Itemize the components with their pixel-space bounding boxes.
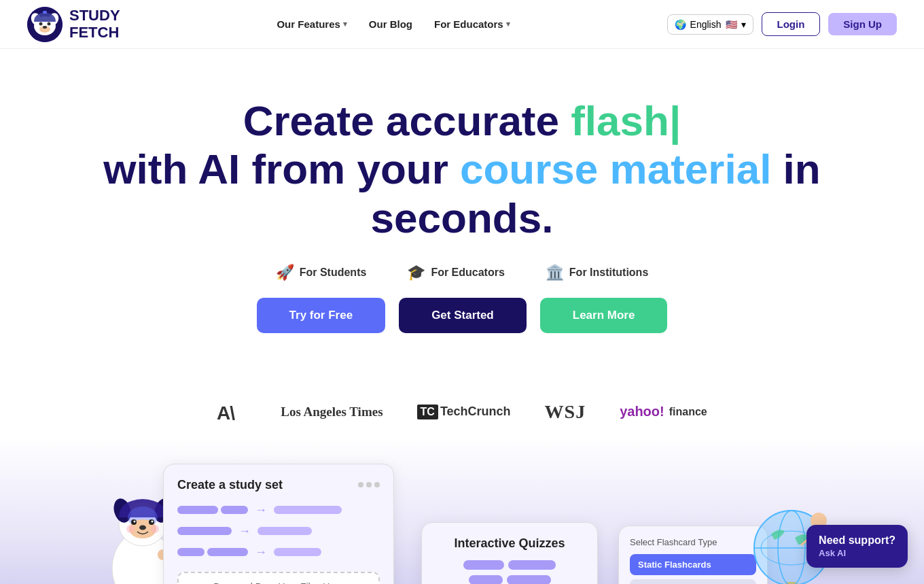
card-row: → (177, 524, 380, 538)
logo[interactable]: STUDY FETCH (27, 7, 120, 42)
arrow-icon: → (238, 524, 251, 538)
svg-point-19 (134, 520, 136, 522)
nav-right: 🌍 English 🇺🇸 ▾ Login Sign Up (667, 12, 897, 36)
svg-point-7 (48, 22, 51, 25)
press-logos: A\ Los Angeles Times TC TechCrunch WSJ y… (0, 374, 924, 436)
try-free-button[interactable]: Try for Free (257, 298, 386, 333)
nav-our-features[interactable]: Our Features ▾ (268, 14, 355, 34)
anthropic-logo: A\ (217, 402, 247, 422)
globe-icon: 🌍 (675, 19, 686, 30)
get-started-button[interactable]: Get Started (399, 298, 527, 333)
navigation: STUDY FETCH Our Features ▾ Our Blog For … (0, 0, 924, 49)
chevron-down-icon: ▾ (506, 20, 510, 29)
dynamic-flashcard-option[interactable]: Dynamic Flashcards (630, 579, 756, 584)
svg-point-21 (139, 525, 146, 530)
static-flashcard-option[interactable]: Static Flashcards (630, 554, 756, 575)
svg-point-5 (43, 26, 47, 29)
los-angeles-times-logo: Los Angeles Times (281, 405, 383, 419)
tab-students[interactable]: 🚀 For Students (276, 264, 367, 281)
card-rows: → → → (177, 503, 380, 560)
drag-drop-zone[interactable]: Drag and Drop Your Files Here (177, 572, 380, 584)
graduation-icon: 🎓 (407, 264, 425, 281)
hero-title: Create accurate flash| with AI from your… (14, 97, 910, 242)
hero-section: Create accurate flash| with AI from your… (0, 49, 924, 374)
svg-point-20 (152, 520, 154, 522)
logo-svg (27, 7, 63, 42)
cards-row: Create a study set → (149, 436, 775, 584)
svg-rect-8 (43, 11, 47, 14)
language-selector[interactable]: 🌍 English 🇺🇸 ▾ (667, 14, 753, 35)
chevron-down-icon: ▾ (343, 20, 347, 29)
institution-icon: 🏛️ (546, 264, 564, 281)
yahoo-finance-logo: yahoo! finance (620, 404, 707, 419)
svg-point-6 (39, 22, 43, 25)
signup-button[interactable]: Sign Up (828, 13, 897, 35)
nav-links: Our Features ▾ Our Blog For Educators ▾ (268, 14, 518, 34)
nav-for-educators[interactable]: For Educators ▾ (426, 14, 518, 34)
nav-our-blog[interactable]: Our Blog (361, 14, 421, 34)
flag-icon: 🇺🇸 (726, 19, 737, 30)
support-widget[interactable]: Need support? Ask AI (806, 525, 908, 568)
card-row: → (177, 545, 380, 560)
svg-point-22 (126, 525, 135, 533)
svg-point-23 (151, 525, 159, 533)
study-set-card: Create a study set → (163, 464, 394, 584)
quiz-card: Interactive Quizzes Current Set Progress… (421, 522, 598, 584)
arrow-icon: → (255, 503, 267, 517)
techcrunch-logo: TC TechCrunch (417, 405, 511, 419)
quiz-bars (436, 560, 584, 584)
audience-tabs: 🚀 For Students 🎓 For Educators 🏛️ For In… (276, 264, 649, 281)
tab-institutions[interactable]: 🏛️ For Institutions (546, 264, 648, 281)
chevron-down-icon: ▾ (741, 19, 746, 30)
action-buttons: Try for Free Get Started Learn More (257, 298, 668, 333)
audience-section: 🚀 For Students 🎓 For Educators 🏛️ For In… (14, 264, 910, 333)
svg-text:A\: A\ (217, 402, 235, 422)
arrow-icon: → (255, 545, 267, 560)
learn-more-button[interactable]: Learn More (540, 298, 668, 333)
logo-text: STUDY FETCH (69, 7, 120, 40)
wsj-logo: WSJ (545, 401, 586, 423)
login-button[interactable]: Login (762, 12, 821, 36)
card-menu-dots[interactable] (358, 482, 380, 487)
tab-educators[interactable]: 🎓 For Educators (407, 264, 504, 281)
card-row: → (177, 503, 380, 517)
logo-icon (27, 7, 63, 42)
illustration-section: Create a study set → (0, 436, 924, 584)
illustration-wrapper: Create a study set → (54, 436, 870, 584)
rocket-icon: 🚀 (276, 264, 294, 281)
